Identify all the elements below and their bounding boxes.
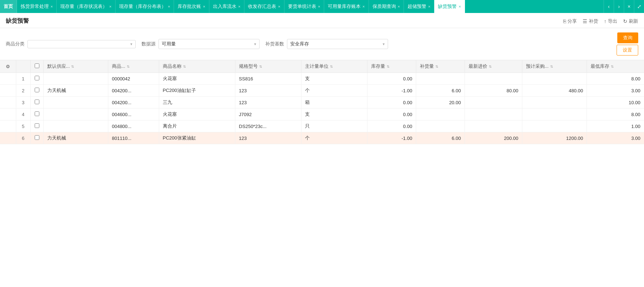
th-name[interactable]: 商品名称 ⇅ <box>159 60 235 73</box>
td-est-purchase-1: 480.00 <box>522 85 587 97</box>
th-gear[interactable]: ⚙ <box>0 60 16 73</box>
th-spec-sort-icon: ⇅ <box>259 65 262 69</box>
select-all-checkbox[interactable] <box>35 63 39 68</box>
table-wrapper: ⚙ 默认供应... ⇅ 商品... <box>0 60 644 144</box>
th-latest-price[interactable]: 最新进价 ⇅ <box>465 60 522 73</box>
nav-tab-flow-close[interactable]: × <box>238 4 240 9</box>
nav-tab-avail[interactable]: 可用量库存账本 × <box>324 0 369 13</box>
row-checkbox-5[interactable] <box>35 135 39 140</box>
share-label: 分享 <box>567 18 577 25</box>
td-unit-0: 支 <box>301 73 367 85</box>
th-check[interactable] <box>30 60 43 73</box>
td-gear-3 <box>0 109 16 120</box>
header-actions: ⎘ 分享 ☰ 补货 ↑ 导出 ↻ 刷新 <box>563 18 638 25</box>
filter-category-group: 商品分类 ▾ <box>6 40 136 48</box>
nav-tab-pick-close[interactable]: × <box>51 4 53 9</box>
nav-tab-pick[interactable]: 拣货异常处理 × <box>17 0 57 13</box>
nav-tab-shortage-close[interactable]: × <box>458 4 461 9</box>
th-spec-label: 规格型号 <box>239 63 258 70</box>
td-latest-price-3 <box>465 109 522 120</box>
nav-tab-avail-close[interactable]: × <box>362 4 365 9</box>
nav-tab-shortage[interactable]: 缺货预警 × <box>434 0 465 13</box>
th-supplier-label: 默认供应... <box>47 63 70 70</box>
td-supplier-1: 力天机械 <box>43 85 108 97</box>
td-code-5: 801110... <box>108 132 159 144</box>
row-checkbox-2[interactable] <box>35 100 39 104</box>
nav-fullscreen-btn[interactable]: ⤢ <box>634 0 644 13</box>
th-stock[interactable]: 库存量 ⇅ <box>367 60 416 73</box>
td-check-4[interactable] <box>30 120 43 132</box>
td-stock-5: -1.00 <box>367 132 416 144</box>
nav-tab-inv2[interactable]: 现存量（库存分布表） × <box>116 0 174 13</box>
filter-restock-select[interactable]: 安全库存 ▾ <box>287 39 388 49</box>
nav-tab-order-close[interactable]: × <box>318 4 320 9</box>
restock-action[interactable]: ☰ 补货 <box>583 18 598 25</box>
restock-icon: ☰ <box>583 18 587 24</box>
th-restock[interactable]: 补货量 ⇅ <box>416 60 465 73</box>
page-header: 缺货预警 ⎘ 分享 ☰ 补货 ↑ 导出 ↻ 刷新 <box>0 13 644 28</box>
th-unit-sort-icon: ⇅ <box>330 65 333 69</box>
td-min-stock-5: 3.00 <box>587 132 644 144</box>
row-checkbox-4[interactable] <box>35 123 39 128</box>
nav-prev-btn[interactable]: ‹ <box>604 0 614 13</box>
td-check-5[interactable] <box>30 132 43 144</box>
nav-next-btn[interactable]: › <box>614 0 624 13</box>
th-est-purchase-sort-icon: ⇅ <box>550 65 553 69</box>
th-supplier[interactable]: 默认供应... ⇅ <box>43 60 108 73</box>
nav-tab-flow[interactable]: 出入库流水 × <box>209 0 244 13</box>
nav-tab-inv1[interactable]: 现存量（库存状况表） × <box>57 0 115 13</box>
export-label: 导出 <box>608 18 617 25</box>
td-name-4: 离合片 <box>159 120 235 132</box>
nav-tab-expiry-close[interactable]: × <box>398 4 400 9</box>
nav-tab-inv1-close[interactable]: × <box>109 4 111 9</box>
th-est-purchase[interactable]: 预计采购... ⇅ <box>522 60 587 73</box>
td-check-3[interactable] <box>30 109 43 120</box>
nav-tab-summary-label: 收发存汇总表 <box>248 3 276 10</box>
th-min-stock[interactable]: 最低库存 ⇅ <box>587 60 644 73</box>
th-unit[interactable]: 主计量单位 ⇅ <box>301 60 367 73</box>
td-check-2[interactable] <box>30 97 43 109</box>
query-button[interactable]: 查询 <box>617 32 638 43</box>
nav-tab-overstock[interactable]: 超储预警 × <box>404 0 434 13</box>
th-code-sort-icon: ⇅ <box>127 65 130 69</box>
td-restock-4 <box>416 120 465 132</box>
td-check-1[interactable] <box>30 85 43 97</box>
share-action[interactable]: ⎘ 分享 <box>563 18 577 25</box>
nav-tab-inv2-close[interactable]: × <box>168 4 170 9</box>
row-checkbox-1[interactable] <box>35 88 39 92</box>
td-restock-1: 6.00 <box>416 85 465 97</box>
th-code[interactable]: 商品... ⇅ <box>108 60 159 73</box>
nav-tab-overstock-close[interactable]: × <box>428 4 430 9</box>
td-min-stock-3: 8.00 <box>587 109 644 120</box>
nav-tab-order[interactable]: 要货单统计表 × <box>284 0 324 13</box>
td-stock-2: 0.00 <box>367 97 416 109</box>
row-checkbox-0[interactable] <box>35 76 39 80</box>
nav-tab-batch[interactable]: 库存批次账 × <box>174 0 209 13</box>
nav-tab-summary-close[interactable]: × <box>278 4 280 9</box>
refresh-label: 刷新 <box>629 18 638 25</box>
nav-tab-expiry[interactable]: 保质期查询 × <box>369 0 404 13</box>
td-est-purchase-2 <box>522 97 587 109</box>
filter-category-select[interactable]: ▾ <box>27 40 136 48</box>
data-table: ⚙ 默认供应... ⇅ 商品... <box>0 60 644 144</box>
td-code-1: 004200... <box>108 85 159 97</box>
td-name-3: 火花塞 <box>159 109 235 120</box>
table-row: 3 004200... 三九 123 箱 0.00 20.00 10.00 <box>0 97 644 109</box>
row-checkbox-3[interactable] <box>35 111 39 116</box>
nav-tab-home[interactable]: 首页 <box>0 0 17 13</box>
th-min-stock-label: 最低库存 <box>591 63 609 70</box>
settings-button[interactable]: 设置 <box>617 45 638 56</box>
td-stock-1: -1.00 <box>367 85 416 97</box>
export-action[interactable]: ↑ 导出 <box>604 18 617 25</box>
nav-tab-batch-close[interactable]: × <box>203 4 205 9</box>
refresh-action[interactable]: ↻ 刷新 <box>623 18 638 25</box>
filter-datasource-select[interactable]: 可用量 ▾ <box>158 39 260 49</box>
td-spec-3: J7092 <box>235 109 301 120</box>
filter-category-arrow-icon: ▾ <box>130 42 132 47</box>
share-icon: ⎘ <box>563 18 566 24</box>
td-check-0[interactable] <box>30 73 43 85</box>
nav-tab-summary[interactable]: 收发存汇总表 × <box>244 0 284 13</box>
nav-close-btn[interactable]: × <box>624 0 634 13</box>
table-body: 1 0000042 火花塞 SS816 支 0.00 8.00 2 力天机械 0… <box>0 73 644 144</box>
th-spec[interactable]: 规格型号 ⇅ <box>235 60 301 73</box>
